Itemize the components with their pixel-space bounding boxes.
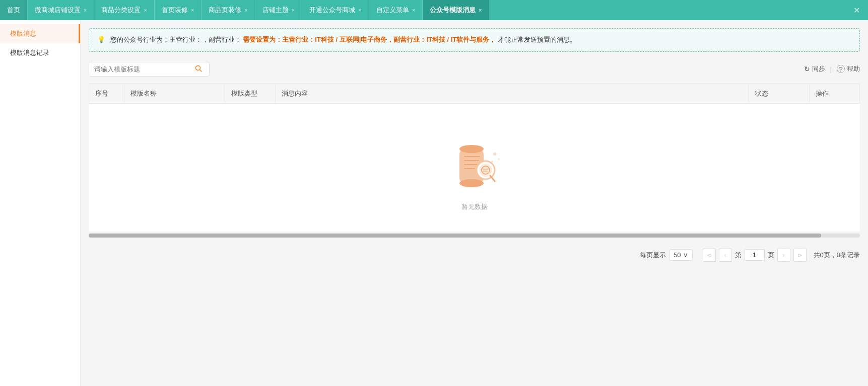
prev-page-button[interactable]: ‹ xyxy=(719,249,732,262)
page-label: 第 xyxy=(735,251,742,260)
notice-box: 💡 您的公众号行业为：主营行业：，副营行业： 需要设置为：主营行业：IT科技 /… xyxy=(89,28,860,52)
search-bar: ↻ 同步 | ? 帮助 xyxy=(89,62,860,76)
search-button[interactable] xyxy=(190,62,207,76)
nav-tab-category[interactable]: 商品分类设置 × xyxy=(94,0,154,20)
notice-highlight: 需要设置为：主营行业：IT科技 / 互联网|电子商务，副营行业：IT科技 / I… xyxy=(243,36,496,43)
col-header-name: 模版名称 xyxy=(124,84,225,103)
nav-tab-custom-menu[interactable]: 自定义菜单 × xyxy=(369,0,423,20)
search-input[interactable] xyxy=(89,62,190,76)
scrollbar-thumb[interactable] xyxy=(89,234,821,238)
svg-point-17 xyxy=(498,158,500,160)
notice-text1: 您的公众号行业为：主营行业：，副营行业： xyxy=(110,36,241,43)
svg-point-11 xyxy=(479,164,492,177)
horizontal-scrollbar[interactable] xyxy=(89,234,860,238)
close-tab-3[interactable]: × xyxy=(191,7,194,13)
nav-tab-product-decor[interactable]: 商品页装修 × xyxy=(202,0,255,20)
nav-tab-theme[interactable]: 店铺主题 × xyxy=(255,0,302,20)
empty-text: 暂无数据 xyxy=(461,202,488,211)
close-tab-6[interactable]: × xyxy=(358,7,361,13)
nav-tab-home-decor[interactable]: 首页装修 × xyxy=(155,0,202,20)
sidebar: 模版消息 模版消息记录 xyxy=(0,20,81,386)
svg-line-1 xyxy=(200,69,202,71)
pagination-bar: 每页显示 50 ∨ ⊲ ‹ 第 页 › ⊳ 共0页，0条记录 xyxy=(89,243,860,268)
content-area: 💡 您的公众号行业为：主营行业：，副营行业： 需要设置为：主营行业：IT科技 /… xyxy=(81,20,868,386)
table-scroll-area: 序号 模版名称 模版类型 消息内容 状态 操作 xyxy=(89,84,860,231)
first-page-button[interactable]: ⊲ xyxy=(703,249,716,262)
sidebar-item-template-msg-record[interactable]: 模版消息记录 xyxy=(0,43,80,62)
sidebar-item-template-msg[interactable]: 模版消息 xyxy=(0,24,80,43)
close-tab-1[interactable]: × xyxy=(84,7,87,13)
close-tab-8[interactable]: × xyxy=(479,7,482,13)
svg-point-18 xyxy=(491,161,493,163)
sync-icon: ↻ xyxy=(804,65,810,73)
main-layout: 模版消息 模版消息记录 💡 您的公众号行业为：主营行业：，副营行业： 需要设置为… xyxy=(0,20,868,386)
next-page-button[interactable]: › xyxy=(777,249,790,262)
page-size-label: 每页显示 xyxy=(640,251,666,260)
svg-point-4 xyxy=(459,145,484,153)
page-size-select: 每页显示 50 ∨ xyxy=(640,249,692,261)
page-size-value: 50 xyxy=(674,251,681,259)
page-size-dropdown[interactable]: 50 ∨ xyxy=(669,249,692,261)
sync-button[interactable]: ↻ 同步 xyxy=(804,64,825,73)
close-tab-7[interactable]: × xyxy=(412,7,415,13)
help-button[interactable]: ? 帮助 xyxy=(837,64,860,73)
last-page-button[interactable]: ⊳ xyxy=(793,249,807,262)
top-nav: 首页 微商城店铺设置 × 商品分类设置 × 首页装修 × 商品页装修 × 店铺主… xyxy=(0,0,868,20)
nav-tab-store-settings[interactable]: 微商城店铺设置 × xyxy=(28,0,94,20)
svg-point-16 xyxy=(493,152,496,156)
nav-tab-template-msg[interactable]: 公众号模版消息 × xyxy=(423,0,489,20)
notice-text2: 才能正常发送预置的消息。 xyxy=(498,36,576,43)
notice-icon: 💡 xyxy=(97,36,105,43)
search-input-wrap[interactable] xyxy=(89,62,210,76)
nav-tab-home[interactable]: 首页 xyxy=(0,0,28,20)
col-header-type: 模版类型 xyxy=(225,84,276,103)
empty-illustration xyxy=(444,134,505,194)
chevron-down-icon: ∨ xyxy=(683,251,688,259)
toolbar-right: ↻ 同步 | ? 帮助 xyxy=(804,64,860,73)
close-tab-5[interactable]: × xyxy=(292,7,295,13)
help-icon: ? xyxy=(837,65,845,73)
close-tab-4[interactable]: × xyxy=(244,7,247,13)
page-unit-label: 页 xyxy=(768,251,774,260)
close-tab-2[interactable]: × xyxy=(144,7,147,13)
close-all-tabs[interactable]: ✕ xyxy=(845,6,868,15)
col-header-content: 消息内容 xyxy=(276,84,749,103)
col-header-status: 状态 xyxy=(749,84,810,103)
empty-state: 暂无数据 xyxy=(89,104,860,231)
current-page-input[interactable] xyxy=(745,249,765,261)
svg-point-5 xyxy=(459,179,484,187)
total-info: 共0页，0条记录 xyxy=(814,251,860,260)
nav-tab-wechat-mall[interactable]: 开通公众号商城 × xyxy=(302,0,369,20)
col-header-index: 序号 xyxy=(89,84,124,103)
data-table: 序号 模版名称 模版类型 消息内容 状态 操作 xyxy=(89,84,860,231)
divider: | xyxy=(830,65,832,73)
col-header-actions: 操作 xyxy=(810,84,860,103)
